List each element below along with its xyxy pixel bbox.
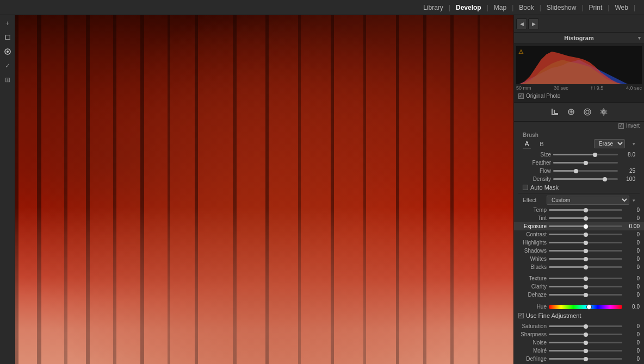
nav-develop[interactable]: Develop: [451, 3, 486, 12]
histogram-title-bar: Histogram ▾: [514, 33, 644, 44]
nav-map[interactable]: Map: [490, 3, 511, 12]
original-photo-row: Original Photo: [516, 92, 642, 100]
dehaze-label: Dehaze: [518, 292, 547, 298]
crop-tool-icon[interactable]: [549, 106, 561, 118]
contrast-slider[interactable]: [549, 234, 622, 235]
temp-slider[interactable]: [549, 209, 622, 211]
texture-slider[interactable]: [549, 278, 622, 279]
heal-tool-icon[interactable]: [565, 106, 577, 118]
exposure-slider[interactable]: [549, 225, 622, 227]
saturation-slider[interactable]: [549, 325, 622, 327]
size-slider[interactable]: [553, 154, 618, 155]
size-label: Size: [523, 152, 551, 158]
contrast-label: Contrast: [518, 231, 547, 237]
shadows-value: 0: [624, 248, 640, 254]
whites-row: Whites 0: [518, 255, 640, 263]
density-slider[interactable]: [553, 178, 618, 180]
hue-row: Hue 0.0: [518, 302, 640, 311]
contrast-value: 0: [624, 231, 640, 237]
histogram-dropdown[interactable]: ▾: [638, 35, 641, 41]
noise-slider[interactable]: [549, 342, 622, 343]
photo-container: [15, 15, 513, 364]
moire-value: 0: [624, 348, 640, 354]
check-icon[interactable]: ✓: [2, 60, 14, 72]
temp-row: Temp 0: [518, 206, 640, 214]
auto-mask-checkbox[interactable]: [523, 185, 528, 190]
texture-row: Texture 0: [518, 274, 640, 283]
brush-tool-icon[interactable]: [2, 46, 14, 58]
clarity-value: 0: [624, 284, 640, 290]
view-icon[interactable]: ⊞: [2, 74, 14, 86]
photo-area[interactable]: [15, 15, 513, 364]
brush-tab-a[interactable]: A: [523, 139, 531, 148]
noise-row: Noise 0: [518, 338, 640, 347]
blacks-slider[interactable]: [549, 266, 622, 268]
nav-items: Library | Develop | Map | Book | Slidesh…: [419, 3, 635, 12]
plus-icon[interactable]: +: [2, 17, 14, 29]
brush-section: Brush A B Erase ▾ Size: [518, 130, 640, 193]
hue-slider[interactable]: [549, 305, 622, 309]
crop-icon[interactable]: [2, 32, 14, 43]
highlights-slider[interactable]: [549, 242, 622, 243]
blacks-label: Blacks: [518, 264, 547, 270]
panel-expand-btn[interactable]: ▶: [528, 18, 539, 29]
highlights-label: Highlights: [518, 240, 547, 246]
shadows-label: Shadows: [518, 248, 547, 254]
effect-label: Effect: [523, 197, 544, 203]
saturation-label: Saturation: [518, 323, 547, 329]
brush-flow-row: Flow 25: [523, 167, 635, 175]
hue-label: Hue: [518, 304, 547, 310]
texture-label: Texture: [518, 275, 547, 281]
invert-label: Invert: [626, 123, 640, 129]
tint-row: Tint 0: [518, 214, 640, 222]
clarity-slider[interactable]: [549, 286, 622, 287]
nav-web[interactable]: Web: [610, 3, 632, 12]
shadows-slider[interactable]: [549, 250, 622, 252]
moire-label: Moiré: [518, 348, 547, 354]
original-photo-checkbox[interactable]: [518, 93, 524, 99]
moire-slider[interactable]: [549, 350, 622, 352]
tint-slider[interactable]: [549, 217, 622, 219]
defringe-value: 0: [624, 356, 640, 362]
exposure-row: Exposure 0.00: [514, 222, 644, 230]
auto-mask-label: Auto Mask: [530, 184, 559, 191]
clarity-row: Clarity 0: [518, 283, 640, 291]
erase-select[interactable]: Erase: [594, 139, 625, 148]
gear-tool-icon[interactable]: [598, 106, 610, 118]
flow-slider[interactable]: [553, 170, 618, 172]
exposure-value: 0.00: [624, 223, 640, 229]
feather-label: Feather: [523, 160, 551, 166]
nav-slideshow[interactable]: Slideshow: [542, 3, 581, 12]
whites-label: Whites: [518, 256, 547, 262]
invert-checkbox[interactable]: [618, 123, 624, 129]
sharpness-row: Sharpness 0: [518, 330, 640, 338]
dehaze-slider[interactable]: [549, 294, 622, 296]
tool-icons-row: [514, 103, 644, 122]
highlights-value: 0: [624, 240, 640, 246]
noise-label: Noise: [518, 340, 547, 346]
svg-point-8: [586, 110, 589, 114]
fine-adjustment-checkbox[interactable]: [518, 313, 524, 318]
histogram-title: Histogram: [564, 35, 593, 41]
whites-slider[interactable]: [549, 258, 622, 260]
sharpness-slider[interactable]: [549, 334, 622, 335]
defringe-slider[interactable]: [549, 358, 622, 360]
svg-point-5: [7, 51, 9, 53]
effect-select[interactable]: Custom Default: [547, 196, 629, 205]
aperture: f / 9.5: [591, 85, 604, 91]
nav-library[interactable]: Library: [419, 3, 448, 12]
svg-point-7: [584, 109, 591, 115]
nav-print[interactable]: Print: [585, 3, 607, 12]
invert-row: Invert: [514, 122, 644, 130]
radial-filter-icon[interactable]: [581, 106, 593, 118]
clarity-label: Clarity: [518, 284, 547, 290]
adjustments-scroll[interactable]: Brush A B Erase ▾ Size: [514, 130, 644, 364]
nav-book[interactable]: Book: [515, 3, 538, 12]
auto-mask-row: Auto Mask: [523, 183, 635, 192]
saturation-row: Saturation 0: [518, 322, 640, 330]
flow-label: Flow: [523, 168, 551, 174]
brush-tab-b[interactable]: B: [537, 140, 546, 148]
panel-collapse-btn[interactable]: ◀: [516, 18, 527, 29]
histogram-warning: ⚠: [518, 48, 524, 55]
feather-slider[interactable]: [553, 162, 618, 164]
